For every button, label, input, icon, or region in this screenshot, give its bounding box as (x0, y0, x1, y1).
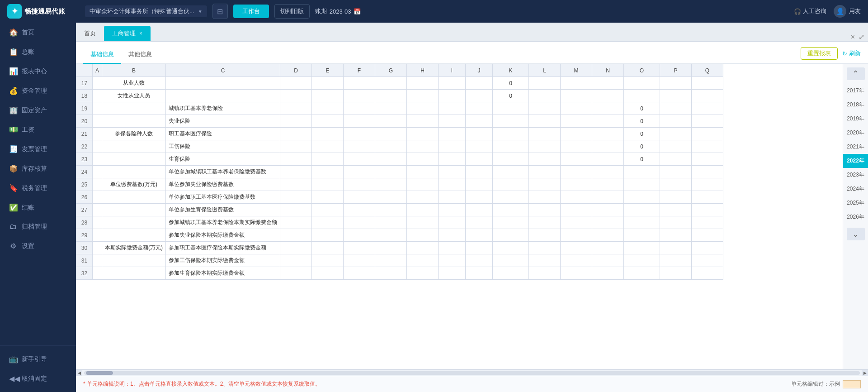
user-button[interactable]: 👤 用友 (834, 5, 861, 18)
cell-J-28[interactable] (466, 216, 493, 229)
cell-G-28[interactable] (375, 216, 407, 229)
cell-E-19[interactable] (312, 102, 344, 115)
cell-Q-26[interactable] (692, 191, 723, 204)
cell-F-32[interactable] (344, 267, 375, 280)
cell-E-26[interactable] (312, 191, 344, 204)
cell-G-23[interactable] (375, 153, 407, 166)
cell-J-29[interactable] (466, 229, 493, 242)
cell-B-19[interactable] (102, 102, 166, 115)
cell-B-17[interactable]: 从业人数 (102, 77, 166, 90)
cell-P-23[interactable] (660, 153, 692, 166)
sidebar-item-finance[interactable]: 💰 资金管理 (0, 81, 76, 100)
cell-B-23[interactable] (102, 153, 166, 166)
cell-H-24[interactable] (407, 166, 439, 178)
cell-B-21[interactable]: 参保各险种人数 (102, 128, 166, 140)
cell-M-30[interactable] (561, 242, 592, 254)
h-scroll-right-btn[interactable]: ▶ (862, 370, 868, 376)
cell-K-22[interactable] (493, 140, 529, 153)
year-scroll-down-button[interactable]: ⌄ (847, 228, 865, 240)
year-item-2019年[interactable]: 2019年 (843, 112, 868, 126)
cell-N-26[interactable] (592, 191, 624, 204)
h-scroll-left-btn[interactable]: ◀ (76, 370, 82, 376)
cell-I-23[interactable] (439, 153, 466, 166)
cell-E-17[interactable] (312, 77, 344, 90)
cell-H-32[interactable] (407, 267, 439, 280)
cell-A-17[interactable] (93, 77, 102, 90)
cell-M-24[interactable] (561, 166, 592, 178)
cell-K-23[interactable] (493, 153, 529, 166)
cell-D-29[interactable] (280, 229, 312, 242)
cell-O-26[interactable] (624, 191, 660, 204)
cell-Q-21[interactable] (692, 128, 723, 140)
cell-P-28[interactable] (660, 216, 692, 229)
cell-G-30[interactable] (375, 242, 407, 254)
cell-O-25[interactable] (624, 178, 660, 191)
cell-G-31[interactable] (375, 254, 407, 267)
cell-I-27[interactable] (439, 204, 466, 216)
cell-M-27[interactable] (561, 204, 592, 216)
cell-D-30[interactable] (280, 242, 312, 254)
cell-M-18[interactable] (561, 90, 592, 102)
cell-Q-20[interactable] (692, 115, 723, 128)
sidebar-item-inventory[interactable]: 📦 库存核算 (0, 159, 76, 178)
cell-D-24[interactable] (280, 166, 312, 178)
cell-H-18[interactable] (407, 90, 439, 102)
sidebar-item-invoice[interactable]: 🧾 发票管理 (0, 139, 76, 159)
cell-L-22[interactable] (529, 140, 561, 153)
cell-P-27[interactable] (660, 204, 692, 216)
cell-H-19[interactable] (407, 102, 439, 115)
cell-K-17[interactable]: 0 (493, 77, 529, 90)
cell-O-17[interactable] (624, 77, 660, 90)
guide-button[interactable]: 📺 新手引导 (0, 349, 76, 369)
cell-M-19[interactable] (561, 102, 592, 115)
year-item-2020年[interactable]: 2020年 (843, 126, 868, 140)
cell-D-32[interactable] (280, 267, 312, 280)
cell-C-19[interactable]: 城镇职工基本养老保险 (166, 102, 280, 115)
cell-N-28[interactable] (592, 216, 624, 229)
cell-Q-24[interactable] (692, 166, 723, 178)
cell-F-17[interactable] (344, 77, 375, 90)
cell-E-31[interactable] (312, 254, 344, 267)
cell-L-20[interactable] (529, 115, 561, 128)
cell-D-17[interactable] (280, 77, 312, 90)
cell-J-25[interactable] (466, 178, 493, 191)
cell-A-21[interactable] (93, 128, 102, 140)
company-selector[interactable]: 中审众环会计师事务所（特殊普通合伙... ▼ (85, 5, 207, 17)
cell-F-21[interactable] (344, 128, 375, 140)
old-version-button[interactable]: 切到旧版 (274, 4, 310, 19)
cell-M-17[interactable] (561, 77, 592, 90)
cell-G-32[interactable] (375, 267, 407, 280)
cell-B-26[interactable] (102, 191, 166, 204)
cell-C-22[interactable]: 工伤保险 (166, 140, 280, 153)
cell-C-27[interactable]: 单位参加生育保险缴费基数 (166, 204, 280, 216)
cell-N-27[interactable] (592, 204, 624, 216)
pin-button[interactable]: ◀◀ 取消固定 (0, 369, 76, 388)
cell-J-22[interactable] (466, 140, 493, 153)
cell-F-22[interactable] (344, 140, 375, 153)
cell-I-17[interactable] (439, 77, 466, 90)
cell-D-31[interactable] (280, 254, 312, 267)
cell-C-32[interactable]: 参加生育保险本期实际缴费金额 (166, 267, 280, 280)
cell-C-26[interactable]: 单位参加职工基本医疗保险缴费基数 (166, 191, 280, 204)
cell-L-26[interactable] (529, 191, 561, 204)
cell-N-30[interactable] (592, 242, 624, 254)
cell-J-24[interactable] (466, 166, 493, 178)
sidebar-item-closing[interactable]: ✅ 结账 (0, 198, 76, 217)
cell-J-21[interactable] (466, 128, 493, 140)
cell-C-24[interactable]: 单位参加城镇职工基本养老保险缴费基数 (166, 166, 280, 178)
cell-P-29[interactable] (660, 229, 692, 242)
cell-K-18[interactable]: 0 (493, 90, 529, 102)
cell-I-22[interactable] (439, 140, 466, 153)
cell-H-26[interactable] (407, 191, 439, 204)
cell-P-26[interactable] (660, 191, 692, 204)
cell-P-18[interactable] (660, 90, 692, 102)
cell-N-23[interactable] (592, 153, 624, 166)
cell-A-24[interactable] (93, 166, 102, 178)
cell-H-28[interactable] (407, 216, 439, 229)
cell-O-30[interactable] (624, 242, 660, 254)
cell-P-20[interactable] (660, 115, 692, 128)
cell-B-24[interactable] (102, 166, 166, 178)
cell-F-29[interactable] (344, 229, 375, 242)
cell-A-23[interactable] (93, 153, 102, 166)
cell-M-20[interactable] (561, 115, 592, 128)
